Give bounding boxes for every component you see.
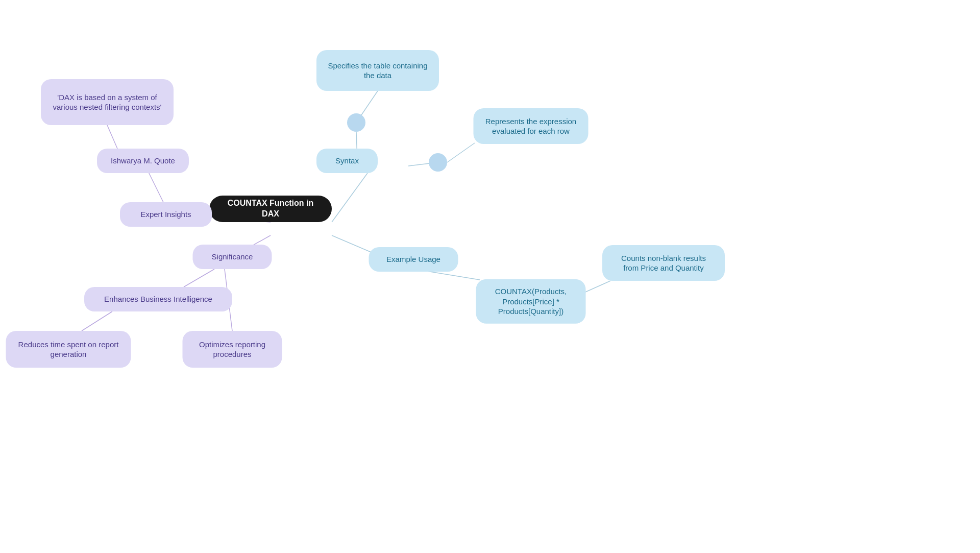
svg-line-13 [424, 271, 480, 280]
specifies-table-node: Specifies the table containing the data [316, 50, 439, 91]
svg-line-14 [582, 281, 610, 294]
optimizes-node: Optimizes reporting procedures [183, 331, 282, 368]
reduces-time-node: Reduces time spent on report generation [6, 331, 131, 368]
syntax-node: Syntax [316, 149, 378, 173]
dax-quote-node: 'DAX is based on a system of various nes… [41, 79, 174, 125]
svg-line-9 [184, 269, 214, 287]
significance-node: Significance [193, 245, 272, 269]
counts-nonblank-node: Counts non-blank results from Price and … [602, 245, 725, 281]
svg-line-0 [332, 173, 368, 222]
countax-expr-node: COUNTAX(Products, Products[Price] * Prod… [476, 279, 586, 324]
dot2-node [429, 153, 447, 172]
svg-line-11 [82, 311, 112, 331]
expert-insights-node: Expert Insights [120, 202, 212, 227]
center-node: COUNTAX Function in DAX [209, 196, 332, 222]
dot1-node [347, 113, 365, 132]
represents-expr-node: Represents the expression evaluated for … [474, 108, 589, 144]
ishwarya-quote-node: Ishwarya M. Quote [97, 149, 189, 173]
svg-line-4 [447, 143, 475, 162]
example-usage-node: Example Usage [369, 247, 458, 272]
enhances-bi-node: Enhances Business Intelligence [84, 287, 232, 311]
svg-line-7 [107, 125, 117, 149]
